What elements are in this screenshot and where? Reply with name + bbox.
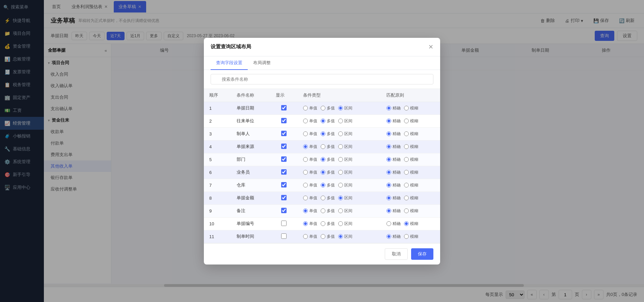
type-radio-10-单值[interactable]: [303, 221, 308, 226]
type-radio-4-单值[interactable]: [303, 144, 308, 149]
checkbox-10[interactable]: [281, 221, 287, 226]
match-radio-label-10-模糊[interactable]: 模糊: [404, 221, 418, 227]
type-radio-5-区间[interactable]: [338, 157, 343, 162]
type-radio-4-区间[interactable]: [338, 144, 343, 149]
type-radio-label-10-单值[interactable]: 单值: [303, 221, 317, 227]
match-radio-label-11-模糊[interactable]: 模糊: [404, 234, 418, 240]
type-radio-label-1-多值[interactable]: 多值: [321, 105, 335, 111]
type-radio-11-单值[interactable]: [303, 234, 308, 239]
type-radio-label-10-多值[interactable]: 多值: [321, 221, 335, 227]
type-radio-7-区间[interactable]: [338, 183, 343, 187]
type-radio-label-4-多值[interactable]: 多值: [321, 144, 335, 150]
type-radio-label-9-单值[interactable]: 单值: [303, 208, 317, 214]
checkbox-1[interactable]: [281, 105, 287, 110]
match-radio-label-2-精确[interactable]: 精确: [386, 118, 401, 124]
type-radio-7-单值[interactable]: [303, 183, 308, 187]
tab-layout[interactable]: 布局调整: [248, 56, 276, 70]
match-radio-11-精确[interactable]: [386, 234, 391, 239]
match-radio-label-4-模糊[interactable]: 模糊: [404, 144, 418, 150]
type-radio-9-多值[interactable]: [321, 208, 325, 213]
cancel-button[interactable]: 取消: [385, 248, 408, 260]
type-radio-label-11-单值[interactable]: 单值: [303, 234, 317, 240]
type-radio-1-多值[interactable]: [321, 106, 325, 110]
checkbox-6[interactable]: [281, 169, 287, 175]
type-radio-label-5-单值[interactable]: 单值: [303, 157, 317, 162]
type-radio-3-多值[interactable]: [321, 131, 325, 136]
match-radio-10-模糊[interactable]: [404, 221, 409, 226]
type-radio-6-单值[interactable]: [303, 170, 308, 175]
checkbox-9[interactable]: [281, 208, 287, 213]
type-radio-label-8-多值[interactable]: 多值: [321, 195, 335, 201]
save-button[interactable]: 保存: [411, 248, 433, 260]
type-radio-2-多值[interactable]: [321, 119, 325, 123]
match-radio-3-精确[interactable]: [386, 131, 391, 136]
type-radio-label-8-单值[interactable]: 单值: [303, 195, 317, 201]
type-radio-label-2-区间[interactable]: 区间: [338, 118, 352, 124]
type-radio-label-4-单值[interactable]: 单值: [303, 144, 317, 150]
match-radio-label-4-精确[interactable]: 精确: [386, 144, 401, 150]
type-radio-label-9-多值[interactable]: 多值: [321, 208, 335, 214]
match-radio-2-模糊[interactable]: [404, 119, 409, 123]
type-radio-11-区间[interactable]: [338, 234, 343, 239]
type-radio-2-单值[interactable]: [303, 119, 308, 123]
match-radio-label-9-精确[interactable]: 精确: [386, 208, 401, 214]
match-radio-8-模糊[interactable]: [404, 196, 409, 200]
match-radio-9-精确[interactable]: [386, 208, 391, 213]
type-radio-1-区间[interactable]: [338, 106, 343, 110]
type-radio-label-6-多值[interactable]: 多值: [321, 170, 335, 175]
match-radio-label-8-模糊[interactable]: 模糊: [404, 195, 418, 201]
match-radio-label-7-精确[interactable]: 精确: [386, 182, 401, 188]
type-radio-8-多值[interactable]: [321, 196, 325, 200]
type-radio-label-1-单值[interactable]: 单值: [303, 105, 317, 111]
match-radio-5-精确[interactable]: [386, 157, 391, 162]
match-radio-label-9-模糊[interactable]: 模糊: [404, 208, 418, 214]
type-radio-label-2-多值[interactable]: 多值: [321, 118, 335, 124]
type-radio-3-单值[interactable]: [303, 131, 308, 136]
type-radio-label-5-区间[interactable]: 区间: [338, 157, 352, 162]
match-radio-label-1-模糊[interactable]: 模糊: [404, 105, 418, 111]
match-radio-8-精确[interactable]: [386, 196, 391, 200]
type-radio-label-9-区间[interactable]: 区间: [338, 208, 352, 214]
match-radio-11-模糊[interactable]: [404, 234, 409, 239]
match-radio-6-模糊[interactable]: [404, 170, 409, 175]
dialog-search-input[interactable]: [211, 74, 433, 84]
type-radio-4-多值[interactable]: [321, 144, 325, 149]
match-radio-label-6-模糊[interactable]: 模糊: [404, 170, 418, 175]
type-radio-9-单值[interactable]: [303, 208, 308, 213]
checkbox-8[interactable]: [281, 195, 287, 200]
type-radio-label-7-区间[interactable]: 区间: [338, 182, 352, 188]
type-radio-10-区间[interactable]: [338, 221, 343, 226]
type-radio-label-1-区间[interactable]: 区间: [338, 105, 352, 111]
type-radio-6-区间[interactable]: [338, 170, 343, 175]
match-radio-label-7-模糊[interactable]: 模糊: [404, 182, 418, 188]
match-radio-5-模糊[interactable]: [404, 157, 409, 162]
type-radio-9-区间[interactable]: [338, 208, 343, 213]
match-radio-6-精确[interactable]: [386, 170, 391, 175]
type-radio-label-6-区间[interactable]: 区间: [338, 170, 352, 175]
type-radio-label-3-单值[interactable]: 单值: [303, 131, 317, 137]
match-radio-label-6-精确[interactable]: 精确: [386, 170, 401, 175]
type-radio-label-11-区间[interactable]: 区间: [338, 234, 352, 240]
type-radio-label-3-多值[interactable]: 多值: [321, 131, 335, 137]
type-radio-label-7-单值[interactable]: 单值: [303, 182, 317, 188]
match-radio-9-模糊[interactable]: [404, 208, 409, 213]
type-radio-11-多值[interactable]: [321, 234, 325, 239]
type-radio-label-6-单值[interactable]: 单值: [303, 170, 317, 175]
match-radio-10-精确[interactable]: [386, 221, 391, 226]
match-radio-label-2-模糊[interactable]: 模糊: [404, 118, 418, 124]
match-radio-label-11-精确[interactable]: 精确: [386, 234, 401, 240]
type-radio-5-多值[interactable]: [321, 157, 325, 162]
match-radio-label-8-精确[interactable]: 精确: [386, 195, 401, 201]
checkbox-3[interactable]: [281, 131, 287, 136]
type-radio-label-8-区间[interactable]: 区间: [338, 195, 352, 201]
match-radio-label-10-精确[interactable]: 精确: [386, 221, 401, 227]
type-radio-6-多值[interactable]: [321, 170, 325, 175]
type-radio-label-4-区间[interactable]: 区间: [338, 144, 352, 150]
checkbox-4[interactable]: [281, 144, 287, 149]
type-radio-label-3-区间[interactable]: 区间: [338, 131, 352, 137]
type-radio-1-单值[interactable]: [303, 106, 308, 110]
type-radio-2-区间[interactable]: [338, 119, 343, 123]
dialog-close-button[interactable]: ✕: [428, 43, 433, 51]
match-radio-label-1-精确[interactable]: 精确: [386, 105, 401, 111]
match-radio-7-模糊[interactable]: [404, 183, 409, 187]
